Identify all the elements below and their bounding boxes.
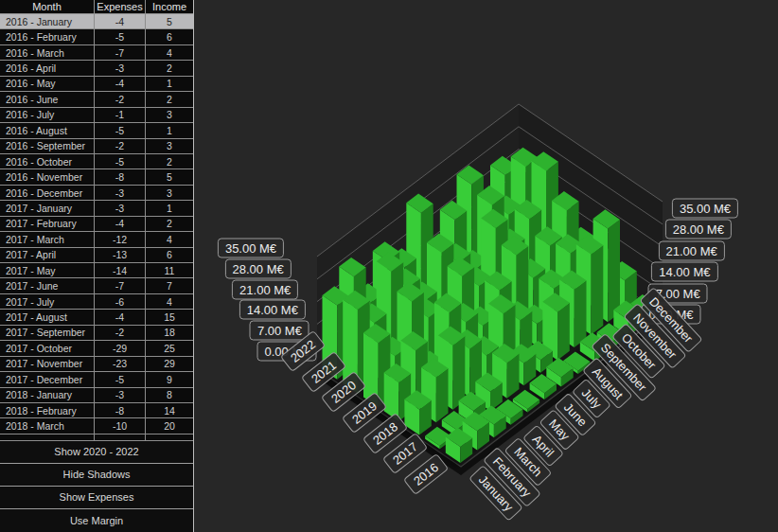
cell-expenses: -7 [95,45,146,60]
cell-month: 2018 - January [0,388,95,402]
column-header-income: Income [146,0,193,13]
cell-expenses: -3 [95,388,146,402]
cell-income: 4 [146,232,193,246]
cell-income: 5 [146,169,193,184]
cell-month: 2016 - September [0,139,95,153]
table-row[interactable]: 2017 - July-64 [0,294,193,310]
cell-expenses: -12 [95,232,146,246]
cell-income: 2 [146,92,193,106]
table-row[interactable]: 2017 - May-1411 [0,263,193,278]
value-tick-right: 28.00 M€ [665,220,732,239]
cell-month: 2016 - December [0,186,95,200]
table-row[interactable]: 2017 - January-31 [0,201,193,216]
cell-income: 1 [146,123,193,137]
table-row[interactable]: 2016 - April-32 [0,61,193,76]
cell-expenses: -7 [95,278,146,293]
cell-income: 11 [146,263,193,277]
cell-income: 2 [146,154,193,168]
value-tick-left: 35.00 M€ [218,239,284,258]
cell-expenses: -8 [95,169,146,184]
table-row[interactable]: 2017 - June-77 [0,278,193,293]
button-use-margin[interactable]: Use Margin [0,509,193,532]
cell-income: 9 [146,372,193,386]
table-row[interactable]: 2017 - September-218 [0,326,193,341]
table-row[interactable]: 2017 - April-136 [0,248,193,263]
cell-income: 5 [146,14,193,28]
table-row[interactable]: 2017 - February-42 [0,217,193,232]
table-row[interactable]: 2016 - November-85 [0,169,193,185]
cell-income: 8 [146,388,193,402]
cell-expenses: -5 [95,372,146,386]
cell-expenses: -4 [95,77,146,91]
table-row[interactable]: 2017 - December-59 [0,372,193,387]
table-row[interactable]: 2017 - August-415 [0,310,193,325]
cell-expenses: -4 [95,217,146,231]
cell-month: 2016 - January [0,14,95,28]
table-row[interactable]: 2016 - February-56 [0,29,193,44]
table-row[interactable]: 2016 - July-13 [0,108,193,123]
cell-expenses: -3 [95,61,146,75]
cell-month: 2016 - March [0,45,95,60]
table-row[interactable]: 2016 - October-52 [0,154,193,169]
cell-income: 1 [146,77,193,91]
cell-expenses: -5 [95,154,146,168]
table-row[interactable]: 2016 - January-45 [0,14,193,29]
cell-month: 2017 - April [0,248,95,262]
cell-month: 2016 - July [0,108,95,122]
table-row[interactable]: 2016 - March-74 [0,45,193,61]
cell-expenses: -5 [95,123,146,137]
table-row-partial [0,434,193,441]
table-row[interactable]: 2018 - February-814 [0,403,193,418]
column-header-expenses: Expenses [95,0,146,13]
table-row[interactable]: 2017 - March-124 [0,232,193,247]
button-hide-shadows[interactable]: Hide Shadows [0,464,193,487]
cell-expenses: -23 [95,357,146,371]
cell-month: 2017 - March [0,232,95,246]
cell-month: 2017 - June [0,278,95,293]
cell-month: 2018 - March [0,418,95,433]
table-row[interactable]: 2016 - May-41 [0,77,193,92]
table-row[interactable]: 2017 - October-2925 [0,341,193,356]
cell-month: 2017 - December [0,372,95,386]
cell-expenses: -29 [95,341,146,355]
cell-month: 2016 - May [0,77,95,91]
cell-income: 2 [146,217,193,231]
cell-income: 25 [146,341,193,355]
cell-expenses: -3 [95,186,146,200]
application-window: { "table": { "columns": ["Month", "Expen… [0,0,778,532]
cell-expenses: -13 [95,248,146,262]
table-row[interactable]: 2016 - August-51 [0,123,193,138]
table-row[interactable]: 2016 - June-22 [0,92,193,107]
cell-month: 2017 - July [0,294,95,309]
button-show-2020-2022[interactable]: Show 2020 - 2022 [0,441,193,464]
cell-income: 3 [146,186,193,200]
cell-month: 2016 - November [0,169,95,184]
cell-expenses: -1 [95,108,146,122]
cell-month: 2017 - November [0,357,95,371]
button-show-expenses[interactable]: Show Expenses [0,487,193,509]
cell-month: 2017 - August [0,310,95,324]
table-row[interactable]: 2016 - September-23 [0,139,193,154]
cell-income: 3 [146,139,193,153]
cell-income: 15 [146,310,193,324]
cell-income: 2 [146,61,193,75]
cell-month: 2017 - September [0,326,95,340]
value-tick-left: 7.00 M€ [250,321,309,341]
column-header-month: Month [0,0,95,13]
data-table: Month Expenses Income 2016 - January-452… [0,0,194,532]
cell-month: 2017 - January [0,201,95,215]
cell-month: 2016 - August [0,123,95,137]
cell-month: 2016 - April [0,61,95,75]
cell-income: 14 [146,403,193,417]
cell-expenses: -3 [95,201,146,215]
table-row[interactable]: 2017 - November-2329 [0,357,193,372]
cell-month: 2017 - February [0,217,95,231]
table-row[interactable]: 2018 - January-38 [0,388,193,403]
cell-month: 2016 - February [0,29,95,44]
cell-expenses: -8 [95,403,146,417]
table-row[interactable]: 2018 - March-1020 [0,418,193,434]
cell-income: 4 [146,45,193,60]
cell-income: 29 [146,357,193,371]
table-row[interactable]: 2016 - December-33 [0,186,193,201]
value-tick-right: 35.00 M€ [672,199,738,219]
